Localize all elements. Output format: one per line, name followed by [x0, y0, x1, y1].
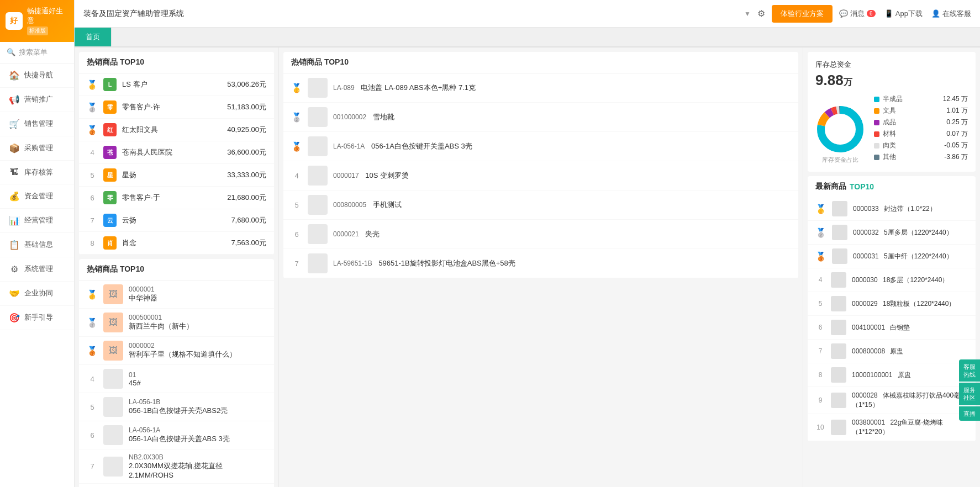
newest-product-info: 0000030 18多层（1220*2440）: [852, 276, 968, 285]
newest-product-name: 原盅: [898, 371, 911, 379]
customer-avatar: 星: [103, 168, 117, 182]
newest-product-image: [831, 420, 846, 435]
inventory-unit: 万: [844, 77, 852, 87]
customer-rank-item: 🥇 L LS 客户 53,006.26元: [79, 73, 274, 96]
app-label: App下载: [895, 9, 923, 19]
product-code: LA-056-1A: [129, 426, 266, 434]
customer-ranking-header: 热销商品 TOP10: [79, 52, 274, 73]
medal-gold-icon: 🥇: [87, 80, 98, 90]
live-btn[interactable]: 直播: [959, 406, 980, 421]
customer-name: 肖念: [122, 238, 225, 248]
newest-product-image: [831, 343, 846, 359]
newest-product-image: [831, 393, 846, 408]
sidebar-item-quick-nav[interactable]: 🏠快捷导航: [0, 63, 74, 88]
sidebar-item-guide[interactable]: 🎯新手引导: [0, 306, 74, 330]
rank-number: 7: [87, 462, 98, 470]
customer-value: 40,925.00元: [227, 125, 266, 135]
middle-product-item: 5 000800005 手机测试: [283, 190, 798, 220]
sidebar-item-purchase[interactable]: 📦采购管理: [0, 136, 74, 161]
newest-product-item: 9 0000028 体械嘉枝味苏打饮品400毫升（1*15）: [808, 387, 976, 414]
notification-button[interactable]: 💬 消息 6: [839, 9, 876, 19]
medal-gold-icon: 🥇: [291, 83, 302, 93]
legend-value: -0.05 万: [944, 141, 968, 150]
sidebar-item-sales[interactable]: 🛒销售管理: [0, 112, 74, 136]
newest-product-item: 🥈 0000032 5厘多层（1220*2440）: [808, 221, 976, 245]
sidebar-purchase-label: 采购管理: [24, 143, 53, 153]
online-service-button[interactable]: 👤 在线客服: [931, 9, 971, 19]
product-image: [308, 107, 328, 127]
sidebar-item-operations[interactable]: 📊经营管理: [0, 209, 74, 233]
sidebar-item-marketing[interactable]: 📢营销推广: [0, 88, 74, 112]
legend-value: 1.01 万: [946, 106, 968, 115]
middle-product-item: 4 0000017 10S 变刺罗烫: [283, 161, 798, 190]
medal-silver-icon: 🥈: [87, 317, 98, 328]
product-code: LA-089: [333, 84, 355, 92]
service-icon: 👤: [931, 9, 940, 18]
customer-value: 7,563.00元: [231, 238, 266, 248]
customer-rank-item: 🥈 零 零售客户·许 51,183.00元: [79, 96, 274, 119]
sidebar-item-base-info[interactable]: 📋基础信息: [0, 233, 74, 257]
service-community-btn[interactable]: 服务社区: [959, 383, 980, 405]
product-image: 🖼: [103, 341, 123, 361]
rank-number: 4: [815, 276, 825, 284]
customer-avatar: 肖: [103, 236, 117, 250]
product-info: NB2.0X30B 2.0X30MM双搓花轴,搓花直径2.1MM/ROHS: [129, 453, 266, 479]
product-image: [308, 224, 328, 244]
topbar: 装备及固定资产辅助管理系统 ▼ ⚙ 体验行业方案 💬 消息 6 📱 App下载 …: [75, 0, 980, 28]
sidebar-guide-label: 新手引导: [24, 313, 53, 322]
newest-product-image: [832, 225, 847, 240]
newest-product-info: 004100001 白钢垫: [852, 323, 968, 332]
newest-product-item: 8 10000100001 原盅: [808, 363, 976, 387]
sidebar-marketing-icon: 📢: [9, 94, 20, 105]
sidebar-item-company[interactable]: 🤝企业协同: [0, 282, 74, 306]
customer-name: 苍南县人民医院: [122, 147, 222, 157]
customer-rank-item: 4 苍 苍南县人民医院 36,600.00元: [79, 141, 274, 164]
legend-dot: [874, 120, 879, 125]
app-download-button[interactable]: 📱 App下载: [884, 9, 923, 19]
sidebar-search[interactable]: 🔍 搜索菜单: [0, 42, 74, 63]
customer-service-btn[interactable]: 客服热线: [959, 359, 980, 382]
sidebar-system-icon: ⚙: [9, 264, 20, 274]
experience-button[interactable]: 体验行业方案: [772, 5, 833, 23]
newest-product-code: 0000032: [853, 229, 879, 236]
sidebar-system-label: 系统管理: [24, 264, 53, 274]
newest-product-info: 0000033 封边带（1.0*22）: [853, 204, 968, 214]
newest-product-image: [831, 367, 846, 383]
newest-product-code: 10000100001: [852, 371, 892, 379]
rank-number: 7: [815, 347, 825, 355]
product-code: 000800005: [333, 201, 366, 209]
newest-product-name: 封边带（1.0*22）: [884, 205, 936, 213]
sidebar-purchase-icon: 📦: [9, 143, 20, 153]
sidebar-finance-label: 资金管理: [24, 191, 53, 201]
product-name: 10S 变刺罗烫: [365, 171, 409, 179]
newest-product-info: 000800008 原盅: [852, 347, 968, 356]
newest-top10-label: TOP10: [850, 182, 874, 191]
newest-product-item: 10 003800001 22g鱼豆腐·烧烤味（1*12*20）: [808, 414, 976, 441]
service-label: 在线客服: [942, 9, 971, 19]
medal-silver-icon: 🥈: [815, 227, 826, 238]
medal-bronze-icon: 🥉: [291, 141, 302, 152]
newest-product-item: 6 004100001 白钢垫: [808, 316, 976, 340]
logo-icon: 好: [6, 12, 23, 30]
medal-bronze-icon: 🥉: [87, 125, 98, 135]
tab-home[interactable]: 首页: [75, 28, 112, 46]
newest-product-code: 0000030: [852, 276, 878, 284]
sidebar-item-finance[interactable]: 💰资金管理: [0, 184, 74, 209]
product-code: LA-056-1B: [129, 398, 266, 406]
sidebar-item-system[interactable]: ⚙系统管理: [0, 257, 74, 282]
newest-product-info: 10000100001 原盅: [852, 370, 968, 380]
search-label: 搜索菜单: [19, 47, 48, 57]
customer-rank-item: 5 星 星扬 33,333.00元: [79, 164, 274, 187]
legend-name: 材料: [883, 129, 943, 139]
gear-icon[interactable]: ⚙: [757, 8, 765, 19]
sidebar-item-inventory[interactable]: 🏗库存核算: [0, 161, 74, 184]
middle-panel: 热销商品 TOP10 🥇 LA-089 电池盖 LA-089 ABS本色+黑种 …: [279, 47, 803, 487]
topbar-right: 💬 消息 6 📱 App下载 👤 在线客服: [839, 9, 971, 19]
legend-item: 其他 -3.86 万: [874, 152, 968, 162]
customer-value: 51,183.00元: [227, 102, 266, 112]
legend-item: 成品 0.25 万: [874, 118, 968, 127]
sidebar-sales-icon: 🛒: [9, 119, 20, 129]
product-name: 2.0X30MM双搓花轴,搓花直径2.1MM/ROHS: [129, 461, 266, 479]
customer-value: 21,680.00元: [227, 193, 266, 203]
product-code: 0000001: [129, 285, 266, 293]
